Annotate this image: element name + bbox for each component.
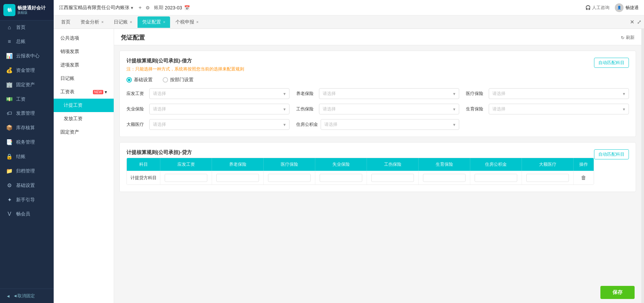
sidebar-item-ledger[interactable]: ≡ 总账 [0,35,54,49]
left-menu-public[interactable]: 公共选项 [54,32,114,45]
refresh-button[interactable]: ↻ 刷新 [621,35,635,41]
logo-text-block: 畅捷通好会计 旗舰版 [17,5,46,15]
select-gongshang-arrow: ▾ [453,107,455,112]
left-menu-journal[interactable]: 日记账 [54,72,114,85]
input-yingfa[interactable] [165,174,207,182]
table-row: 计提贷方科目 🗑 [127,171,594,185]
left-menu-jiti-label: 计提工资 [64,102,83,108]
tab-funds-close[interactable]: × [101,20,104,24]
radio-basic[interactable]: 基础设置 [126,77,153,83]
input-daeliao[interactable] [526,174,569,182]
auto-match-debit-button[interactable]: 自动匹配科目 [594,58,629,68]
settings-gear-button[interactable]: ⚙ [146,5,150,10]
sidebar-item-settings[interactable]: ⚙ 基础设置 [0,178,54,193]
support-button[interactable]: 🎧 人工咨询 [585,5,609,11]
tax-icon: 📑 [6,139,13,145]
input-shengyu[interactable] [423,174,466,182]
close-tab-button[interactable]: ✕ [630,19,634,25]
tab-funds[interactable]: 资金分析 × [76,16,108,28]
select-yiliao-arrow: ▾ [623,91,625,96]
select-shengyu-placeholder: 请选择 [492,106,505,112]
td-yingfa[interactable] [160,171,212,185]
left-menu-sales[interactable]: 销项发票 [54,45,114,58]
form-item-yiliao: 医疗保险 请选择 ▾ [466,88,629,99]
sidebar-nav: ⌂ 首页 ≡ 总账 📊 云报表中心 💰 资金管理 🏢 固定资产 💵 工资 🏷 发… [0,20,54,289]
refresh-label: 刷新 [626,35,635,41]
form-item-yanglao: 养老保险 请选择 ▾ [296,88,459,99]
left-menu-fixed-assets[interactable]: 固定资产 [54,125,114,139]
input-gongjijin[interactable] [475,174,517,182]
tab-journal[interactable]: 日记账 × [109,16,137,28]
calendar-icon[interactable]: 📅 [184,5,190,10]
add-account-button[interactable]: + [139,5,142,11]
select-gongshang[interactable]: 请选择 ▾ [319,104,459,114]
company-selector[interactable]: 江西服宝精品有限责任公司内账张 ▾ [59,5,133,11]
tab-tax[interactable]: 个税申报 × [171,16,203,28]
user-menu[interactable]: 👤 畅捷通 [615,3,639,12]
left-menu-purchase[interactable]: 进项发票 [54,58,114,72]
period-selector[interactable]: 账期 2023-03 📅 [154,5,190,11]
td-gongjijin[interactable] [470,171,522,185]
td-daeliao[interactable] [522,171,574,185]
sidebar-item-payroll[interactable]: 💵 工资 [0,92,54,106]
payroll-arrow-icon: ▾ [105,89,107,95]
select-yingfa[interactable]: 请选择 ▾ [149,88,289,99]
sidebar-item-archive[interactable]: 📁 归档管理 [0,164,54,178]
td-shiye[interactable] [315,171,367,185]
select-yanglao[interactable]: 请选择 ▾ [319,88,459,99]
td-gongshang[interactable] [367,171,419,185]
input-shiye[interactable] [320,174,362,182]
left-menu-jiti[interactable]: 计提工资 [54,99,114,112]
left-menu-sales-label: 销项发票 [60,49,79,54]
sidebar-item-tax[interactable]: 📑 税务管理 [0,135,54,149]
tab-home[interactable]: 首页 [56,16,75,28]
sidebar-item-invoices[interactable]: 🏷 发票管理 [0,106,54,120]
label-yiliao: 医疗保险 [466,91,486,97]
tab-voucher-close[interactable]: × [163,20,165,24]
sidebar-item-close[interactable]: 🔒 结账 [0,149,54,164]
th-daeliao: 大额医疗 [522,158,574,171]
input-gongshang[interactable] [371,174,414,182]
th-yanglao: 养老保险 [212,158,264,171]
select-daeliao[interactable]: 请选择 ▾ [149,119,289,130]
sidebar-item-funds[interactable]: 💰 资金管理 [0,63,54,78]
select-shengyu[interactable]: 请选择 ▾ [489,104,629,114]
sidebar-item-guide[interactable]: ✦ 新手引导 [0,193,54,207]
tab-voucher[interactable]: 凭证配置 × [138,16,170,28]
topbar-right: 🎧 人工咨询 👤 畅捷通 [585,3,639,12]
expand-button[interactable]: ⤢ [637,19,641,25]
select-gongjijin[interactable]: 请选择 ▾ [321,119,459,130]
td-shengyu[interactable] [419,171,470,185]
left-menu-fafang[interactable]: 发放工资 [54,112,114,125]
cancel-fix-button[interactable]: ◄ ◄取消固定 [0,289,54,303]
select-shiye[interactable]: 请选择 ▾ [149,104,289,114]
right-scrollbar[interactable] [641,29,644,303]
sidebar-item-label: 基础设置 [16,183,35,189]
sidebar-item-member[interactable]: V 畅会员 [0,207,54,221]
auto-match-credit-button[interactable]: 自动匹配科目 [594,149,629,159]
form-item-daeliao: 大额医疗 请选择 ▾ [126,119,289,130]
input-yanglao[interactable] [216,174,259,182]
sidebar-item-reports[interactable]: 📊 云报表中心 [0,49,54,63]
radio-dept-circle [163,77,168,83]
save-button[interactable]: 保存 [600,286,635,299]
th-operation: 操作 [574,158,594,171]
sidebar-item-assets[interactable]: 🏢 固定资产 [0,78,54,92]
tab-journal-close[interactable]: × [130,20,132,24]
td-delete[interactable]: 🗑 [574,171,594,185]
content-area: 自动匹配科目 计提核算规则(公司承担)-借方 注：只能选择一种方式，系统将按照您… [114,45,641,282]
tabs-bar: 首页 资金分析 × 日记账 × 凭证配置 × 个税申报 × ✕ ⤢ [54,15,644,29]
form-item-gongshang: 工伤保险 请选择 ▾ [296,104,459,114]
tab-tax-close[interactable]: × [196,20,199,24]
sidebar-item-inventory[interactable]: 📦 库存核算 [0,120,54,135]
td-yanglao[interactable] [212,171,264,185]
select-yiliao[interactable]: 请选择 ▾ [489,88,629,99]
select-daeliao-placeholder: 请选择 [153,121,166,128]
sidebar-item-home[interactable]: ⌂ 首页 [0,20,54,35]
credit-section: 自动匹配科目 计提核算规则(公司承担)-贷方 科目 应发工资 养老保险 医疗保险… [119,142,636,192]
left-menu-payroll-table[interactable]: 工资表 NEW ▾ [54,85,114,99]
left-menu-purchase-label: 进项发票 [60,62,79,67]
td-yiliao[interactable] [264,171,315,185]
radio-by-dept[interactable]: 按部门设置 [163,77,194,83]
input-yiliao[interactable] [268,174,311,182]
